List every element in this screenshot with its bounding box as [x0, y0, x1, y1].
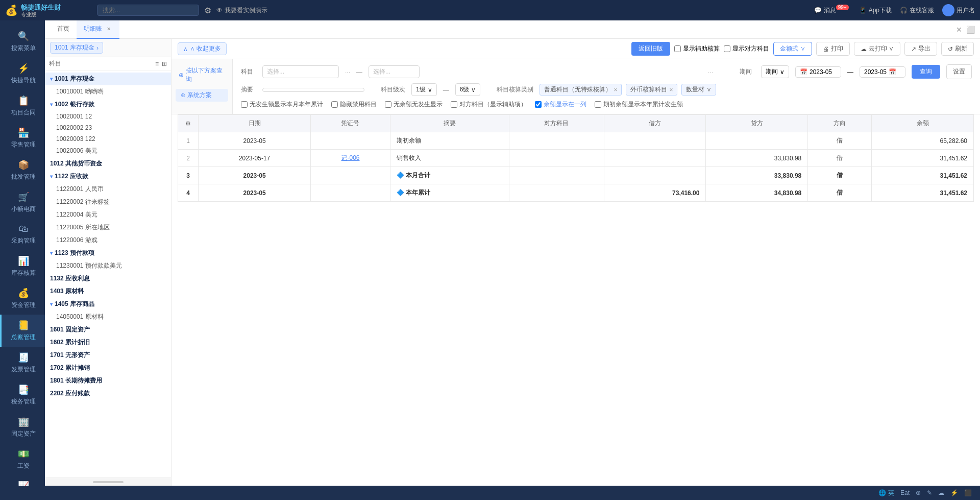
category-tag-2[interactable]: 外币核算科目 × [626, 84, 677, 96]
tree-item-14050001[interactable]: 14050001 原材料 [45, 311, 171, 323]
th-balance[interactable]: 余额 [872, 115, 974, 132]
show-contra-checkbox[interactable] [724, 45, 730, 52]
period-from-input[interactable]: 📅 2023-05 [795, 66, 841, 78]
tree-item-1132[interactable]: 1132 应收利息 [45, 272, 171, 285]
sidebar-item-wholesale[interactable]: 📦 批发管理 [0, 154, 45, 186]
level-to-select[interactable]: 6级 ∨ [455, 83, 481, 96]
tree-item-1012[interactable]: 1012 其他货币资金 [45, 157, 171, 170]
tree-item-11230001[interactable]: 11230001 预付款款美元 [45, 259, 171, 272]
remove-icon-1[interactable]: × [614, 86, 617, 93]
th-credit[interactable]: 贷方 [706, 115, 808, 132]
sidebar-item-purchase[interactable]: 🛍 采购管理 [0, 219, 45, 250]
cb-balance-col[interactable]: 余额显示在一列 [535, 100, 586, 109]
show-contra-cb[interactable]: 显示对方科目 [724, 44, 769, 53]
tree-item-10020003[interactable]: 10020003 122 [45, 133, 171, 145]
app-download-btn[interactable]: 📱 App下载 [859, 6, 892, 15]
th-gear[interactable]: ⚙ [178, 115, 199, 132]
sidebar-item-finance[interactable]: 💰 资金管理 [0, 282, 45, 315]
view-mode-btn[interactable]: 金额式 ∨ [773, 42, 812, 56]
tree-item-2202[interactable]: 2202 应付账款 [45, 387, 171, 400]
scheme-btn[interactable]: ⊕ 系统方案 [176, 89, 228, 102]
cb-no-balance2-input[interactable] [385, 101, 391, 108]
th-date[interactable]: 日期 [199, 115, 311, 132]
tree-item-10020006[interactable]: 10020006 美元 [45, 145, 171, 157]
sidebar-item-ledger[interactable]: 📒 总账管理 [0, 315, 45, 347]
expand-icon[interactable]: ⊞ [162, 60, 167, 67]
tree-item-11220006[interactable]: 11220006 游戏 [45, 234, 171, 247]
bottom-item-eat[interactable]: Eat [900, 489, 910, 496]
cb-no-balance[interactable]: 无发生额显示本月本年累计 [241, 100, 323, 109]
bottom-item-lightning[interactable]: ⚡ [950, 489, 958, 496]
gear-icon-header[interactable]: ⚙ [185, 120, 191, 127]
tab-home[interactable]: 首页 [50, 20, 77, 39]
cb-opening[interactable]: 期初余额显示本年累计发生额 [595, 100, 683, 109]
th-debit[interactable]: 借方 [604, 115, 706, 132]
level-from-select[interactable]: 1级 ∨ [411, 83, 437, 96]
tree-item-1123[interactable]: ▾ 1123 预付款项 [45, 247, 171, 259]
remove-icon-2[interactable]: × [669, 86, 673, 93]
bottom-item-cloud[interactable]: ☁ [938, 489, 944, 496]
cb-contra[interactable]: 对方科目（显示辅助项） [451, 100, 527, 109]
cb-opening-input[interactable] [595, 101, 601, 108]
th-summary[interactable]: 摘要 [390, 115, 509, 132]
tree-item-10020002[interactable]: 10020002 23 [45, 122, 171, 133]
demo-link[interactable]: 👁 我要看实例演示 [216, 6, 267, 15]
tree-item-11220001[interactable]: 11220001 人民币 [45, 183, 171, 196]
sidebar-item-salary[interactable]: 💵 工资 [0, 443, 45, 475]
cb-contra-input[interactable] [451, 101, 457, 108]
tree-item-1001[interactable]: ▾ 1001 库存现金 [45, 73, 171, 85]
online-support-btn[interactable]: 🎧 在线客服 [900, 6, 934, 15]
print-btn[interactable]: 🖨 打印 [816, 42, 850, 56]
period-to-input[interactable]: 2023-05 📅 [860, 66, 905, 78]
th-contra[interactable]: 对方科目 [509, 115, 604, 132]
sidebar-item-search[interactable]: 🔍 搜索菜单 [0, 26, 45, 58]
category-tag-1[interactable]: 普通科目（无特殊核算） × [540, 84, 622, 96]
selected-account-tag[interactable]: 1001 库存现金 › [50, 42, 103, 54]
export-btn[interactable]: ↗ 导出 [904, 42, 937, 56]
cb-no-balance2[interactable]: 无余额无发生显示 [385, 100, 443, 109]
tab-detail-close[interactable]: ✕ [105, 26, 112, 33]
tree-item-1701[interactable]: 1701 无形资产 [45, 349, 171, 362]
tree-scroll-bar[interactable] [45, 478, 171, 486]
sidebar-item-management[interactable]: 📈 经营管理 [0, 475, 45, 486]
tree-item-1601[interactable]: 1601 固定资产 [45, 323, 171, 336]
tree-item-1602[interactable]: 1602 累计折旧 [45, 336, 171, 349]
show-assist-checkbox[interactable] [674, 45, 681, 52]
bottom-item-screen[interactable]: ⬛ [964, 489, 972, 496]
cb-hide-disabled[interactable]: 隐藏禁用科目 [331, 100, 377, 109]
sidebar-item-quicknav[interactable]: ⚡ 快捷导航 [0, 58, 45, 90]
collapse-more-btn[interactable]: ∧ ∧ 收起更多 [178, 42, 227, 55]
tree-item-10010001[interactable]: 10010001 哟哟哟 [45, 85, 171, 98]
bottom-item-translate[interactable]: 🌐 英 [878, 489, 894, 497]
row-gear-2[interactable]: 2 [178, 150, 199, 167]
tree-item-1403[interactable]: 1403 原材料 [45, 285, 171, 298]
tree-item-11220004[interactable]: 11220004 美元 [45, 208, 171, 221]
th-direction[interactable]: 方向 [808, 115, 872, 132]
message-btn[interactable]: 💬 消息 99+ [814, 6, 851, 15]
bottom-item-add[interactable]: ⊕ [916, 489, 921, 496]
tab-detail[interactable]: 明细账 ✕ [77, 20, 119, 39]
row-voucher-2[interactable]: 记-006 [311, 150, 390, 167]
tree-item-1801[interactable]: 1801 长期待摊费用 [45, 374, 171, 387]
settings-btn[interactable]: 设置 [946, 64, 972, 79]
tree-item-1122[interactable]: ▾ 1122 应收款 [45, 170, 171, 183]
gear-icon[interactable]: ⚙ [204, 6, 211, 15]
sidebar-item-retail[interactable]: 🏪 零售管理 [0, 122, 45, 154]
cloud-print-btn[interactable]: ☁ 云打印 ∨ [854, 42, 900, 56]
tree-item-1002[interactable]: ▾ 1002 银行存款 [45, 98, 171, 111]
sidebar-item-assets[interactable]: 🏢 固定资产 [0, 411, 45, 443]
category-tag-3[interactable]: 数量材 ∨ [681, 84, 716, 96]
sidebar-item-project[interactable]: 📋 项目合同 [0, 90, 45, 122]
period-type-select[interactable]: 期间 ∨ [761, 65, 789, 78]
return-old-btn[interactable]: 返回旧版 [631, 42, 670, 56]
tree-item-10020001[interactable]: 10020001 12 [45, 111, 171, 122]
row-gear-1[interactable]: 1 [178, 132, 199, 150]
window-max-btn[interactable]: ⬜ [966, 26, 975, 34]
cb-balance-col-input[interactable] [535, 101, 542, 108]
sidebar-item-inventory[interactable]: 📊 库存核算 [0, 250, 45, 282]
tree-item-1702[interactable]: 1702 累计摊销 [45, 362, 171, 374]
sidebar-item-invoice[interactable]: 🧾 发票管理 [0, 347, 45, 379]
subject-input-to[interactable]: 选择... [369, 65, 420, 78]
tree-item-1405[interactable]: ▾ 1405 库存商品 [45, 298, 171, 311]
sidebar-item-ecommerce[interactable]: 🛒 小畅电商 [0, 186, 45, 219]
